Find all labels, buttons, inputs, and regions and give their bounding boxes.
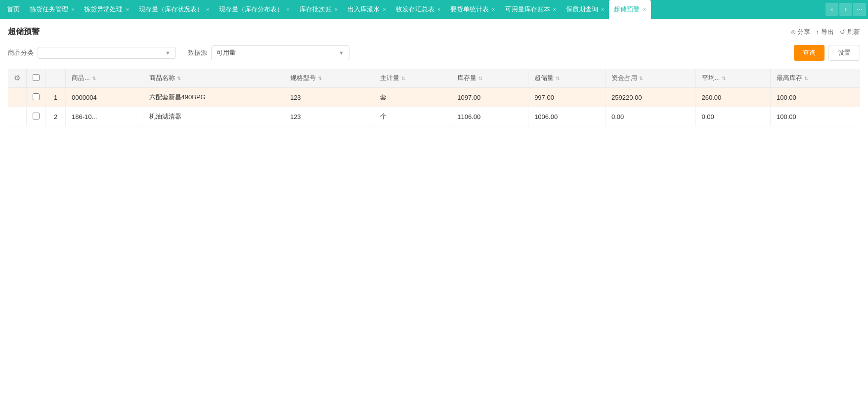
sort-spec-icon: ⇅ <box>318 76 322 81</box>
sort-capital-icon: ⇅ <box>639 76 643 81</box>
export-button[interactable]: ↑ 导出 <box>816 28 834 37</box>
row1-maxstock: 100.00 <box>770 88 860 107</box>
nav-prev-button[interactable]: ‹ <box>825 3 838 16</box>
export-icon: ↑ <box>816 28 820 36</box>
datasource-select[interactable]: 可用量 ▼ <box>211 45 349 60</box>
datasource-label: 数据源 <box>188 48 207 57</box>
close-stock-dist[interactable]: × <box>286 6 289 12</box>
row1-checkbox-cell <box>27 88 46 107</box>
row2-checkbox[interactable] <box>33 113 40 119</box>
datasource-filter: 数据源 可用量 ▼ <box>188 45 349 60</box>
col-avg-header[interactable]: 平均... ⇅ <box>695 69 770 88</box>
page-content: 超储预警 ⎋ 分享 ↑ 导出 ↺ 刷新 商品分类 ▼ 数据源 <box>0 19 868 395</box>
nav-item-home[interactable]: 首页 <box>2 0 25 19</box>
nav-item-shelf-life[interactable]: 保质期查询 × <box>561 0 609 19</box>
close-requisition[interactable]: × <box>492 6 495 12</box>
nav-arrows: ‹ › ⋯ <box>825 3 866 16</box>
row1-overstock: 997.00 <box>528 88 606 107</box>
table-settings-icon[interactable]: ⚙ <box>14 74 20 82</box>
col-spec-header[interactable]: 规格型号 ⇅ <box>284 69 374 88</box>
row2-spec: 123 <box>284 107 374 126</box>
setting-button[interactable]: 设置 <box>828 45 860 61</box>
select-all-checkbox[interactable] <box>33 74 40 81</box>
col-product-name-header[interactable]: 商品名称 ⇅ <box>143 69 284 88</box>
nav-bar: 首页 拣货任务管理 × 拣货异常处理 × 现存量（库存状况表） × 现存量（库存… <box>0 0 868 19</box>
nav-item-requisition[interactable]: 要货单统计表 × <box>445 0 500 19</box>
sort-maxstock-icon: ⇅ <box>804 76 808 81</box>
nav-more-button[interactable]: ⋯ <box>853 3 866 16</box>
row1-product-name: 六配套新昌490BPG <box>143 88 284 107</box>
close-pick-task[interactable]: × <box>71 6 74 12</box>
category-filter: 商品分类 ▼ <box>8 47 176 59</box>
row1-checkbox[interactable] <box>33 93 40 100</box>
nav-item-stock-status[interactable]: 现存量（库存状况表） × <box>134 0 214 19</box>
nav-item-summary[interactable]: 收发存汇总表 × <box>391 0 445 19</box>
nav-next-button[interactable]: › <box>839 3 852 16</box>
data-table: ⚙ 商品... ⇅ 商品名称 ⇅ <box>8 69 860 126</box>
row2-avg: 0.00 <box>695 107 770 126</box>
col-unit-header[interactable]: 主计量 ⇅ <box>374 69 451 88</box>
sort-overstock-icon: ⇅ <box>556 76 560 81</box>
datasource-value: 可用量 <box>217 48 236 57</box>
header-actions: ⎋ 分享 ↑ 导出 ↺ 刷新 <box>791 28 861 37</box>
page-title: 超储预警 <box>8 27 40 37</box>
sort-stock-icon: ⇅ <box>478 76 482 81</box>
col-product-code-header[interactable]: 商品... ⇅ <box>66 69 143 88</box>
row1-stock: 1097.00 <box>451 88 528 107</box>
row1-capital: 259220.00 <box>606 88 696 107</box>
category-select[interactable]: ▼ <box>38 47 176 59</box>
table-header-row: ⚙ 商品... ⇅ 商品名称 ⇅ <box>8 69 860 88</box>
row2-product-name: 机油滤清器 <box>143 107 284 126</box>
close-pick-exception[interactable]: × <box>126 6 129 12</box>
refresh-icon: ↺ <box>840 28 845 36</box>
nav-item-batch[interactable]: 库存批次账 × <box>295 0 343 19</box>
row1-spec: 123 <box>284 88 374 107</box>
col-index-header <box>46 69 66 88</box>
table-row: 2 186-10... 机油滤清器 123 个 1106.00 1006.00 … <box>8 107 860 126</box>
row1-product-code: 0000004 <box>66 88 143 107</box>
close-batch[interactable]: × <box>335 6 338 12</box>
col-maxstock-header[interactable]: 最高库存 ⇅ <box>770 69 860 88</box>
share-button[interactable]: ⎋ 分享 <box>791 28 810 37</box>
nav-item-pick-task[interactable]: 拣货任务管理 × <box>25 0 79 19</box>
sort-product-code-icon: ⇅ <box>92 76 96 81</box>
close-shelf-life[interactable]: × <box>601 6 604 12</box>
close-flow[interactable]: × <box>383 6 386 12</box>
close-stock-status[interactable]: × <box>206 6 209 12</box>
col-overstock-header[interactable]: 超储量 ⇅ <box>528 69 606 88</box>
row2-unit: 个 <box>374 107 451 126</box>
nav-item-flow[interactable]: 出入库流水 × <box>343 0 391 19</box>
row2-index: 2 <box>46 107 66 126</box>
col-stock-header[interactable]: 库存量 ⇅ <box>451 69 528 88</box>
col-settings-header: ⚙ <box>8 69 27 88</box>
sort-unit-icon: ⇅ <box>401 76 405 81</box>
filter-area: 商品分类 ▼ 数据源 可用量 ▼ 查询 设置 <box>8 45 860 61</box>
query-button[interactable]: 查询 <box>794 45 825 61</box>
row2-stock: 1106.00 <box>451 107 528 126</box>
row1-avg: 260.00 <box>695 88 770 107</box>
col-checkbox-header <box>27 69 46 88</box>
refresh-button[interactable]: ↺ 刷新 <box>840 28 860 37</box>
row1-index: 1 <box>46 88 66 107</box>
col-capital-header[interactable]: 资金占用 ⇅ <box>606 69 696 88</box>
sort-avg-icon: ⇅ <box>722 76 726 81</box>
close-summary[interactable]: × <box>437 6 440 12</box>
row2-settings <box>8 107 27 126</box>
category-label: 商品分类 <box>8 48 34 57</box>
row2-maxstock: 100.00 <box>770 107 860 126</box>
row2-checkbox-cell <box>27 107 46 126</box>
datasource-dropdown-icon: ▼ <box>339 50 344 56</box>
filter-buttons: 查询 设置 <box>794 45 860 61</box>
nav-item-available[interactable]: 可用量库存账本 × <box>500 0 561 19</box>
category-dropdown-icon: ▼ <box>165 50 171 56</box>
nav-item-stock-dist[interactable]: 现存量（库存分布表） × <box>214 0 294 19</box>
close-overstock[interactable]: × <box>643 6 646 12</box>
sort-product-name-icon: ⇅ <box>177 76 181 81</box>
row1-settings <box>8 88 27 107</box>
close-available[interactable]: × <box>553 6 556 12</box>
nav-item-pick-exception[interactable]: 拣货异常处理 × <box>79 0 133 19</box>
row2-product-code: 186-10... <box>66 107 143 126</box>
page-header: 超储预警 ⎋ 分享 ↑ 导出 ↺ 刷新 <box>8 27 860 37</box>
row2-overstock: 1006.00 <box>528 107 606 126</box>
nav-item-overstock[interactable]: 超储预警 × <box>609 0 651 19</box>
